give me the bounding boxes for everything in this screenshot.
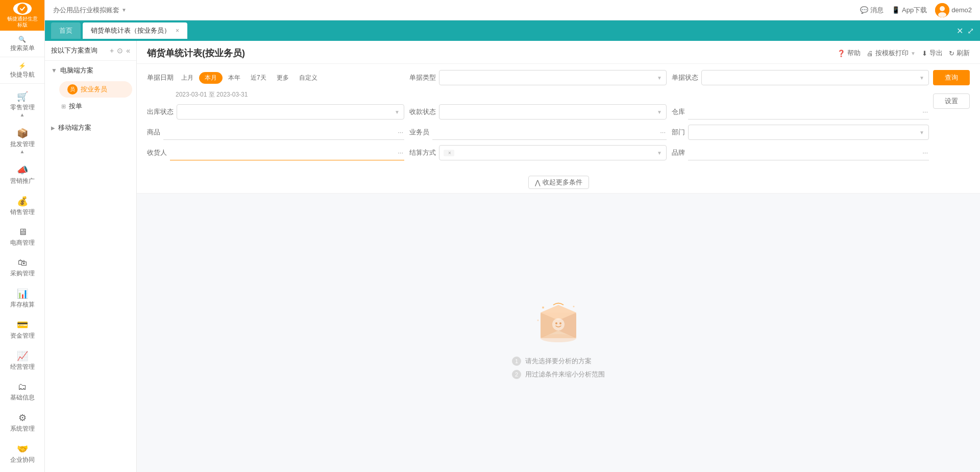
receiver-dots: ··· (398, 149, 403, 156)
help-btn[interactable]: ❓ 帮助 (837, 49, 861, 58)
receiver-input[interactable]: ··· (170, 145, 404, 160)
quick-label: 快捷导航 (10, 70, 35, 79)
company-selector[interactable]: 办公用品行业模拟账套 ▼ (53, 6, 127, 15)
scheme-collapse-btn[interactable]: « (126, 46, 130, 55)
date-range-display: 2023-03-01 至 2023-03-31 (176, 91, 248, 98)
wholesale-expand-icon: ▲ (20, 149, 25, 154)
out-status-select[interactable]: ▼ (177, 104, 404, 120)
svg-point-9 (552, 318, 565, 331)
date-last-month[interactable]: 上月 (177, 72, 198, 84)
brand-input[interactable]: ··· (688, 145, 929, 160)
dept-select[interactable]: ▼ (688, 125, 929, 140)
warehouse-input[interactable]: ··· (688, 104, 929, 120)
warehouse-item: 仓库 ··· (672, 104, 929, 120)
sidebar-item-purchase[interactable]: 🛍 采购管理 (0, 252, 44, 283)
export-label: 导出 (929, 49, 943, 58)
sales-icon: 💰 (17, 196, 28, 207)
message-btn[interactable]: 💬 消息 (860, 6, 884, 15)
date-custom[interactable]: 自定义 (295, 72, 322, 84)
collapse-btn[interactable]: ⋀ 收起更多条件 (528, 176, 589, 189)
main-area: 办公用品行业模拟账套 ▼ 💬 消息 📱 App下载 (45, 0, 980, 472)
settlement-item: 结算方式 × ▼ (409, 145, 667, 160)
print-label: 按模板打印 (875, 49, 909, 58)
scheme-refresh-btn[interactable]: ⊙ (117, 46, 123, 55)
tab-close-btn[interactable]: × (176, 27, 179, 34)
topbar-left: 办公用品行业模拟账套 ▼ (53, 6, 127, 15)
corp-icon: 🤝 (17, 443, 28, 455)
type-dropdown-icon: ▼ (657, 75, 662, 81)
marketing-icon: 📣 (17, 164, 28, 176)
settlement-select[interactable]: × ▼ (439, 145, 667, 160)
receipt-status-arrow: ▼ (657, 109, 662, 115)
tab-home[interactable]: 首页 (51, 22, 81, 39)
print-dropdown-icon: ▼ (911, 51, 916, 56)
sidebar-item-corp[interactable]: 🤝 企业协同 (0, 438, 44, 469)
sidebar-item-retail[interactable]: 🛒 零售管理 ▲ (0, 86, 44, 123)
svg-point-3 (938, 12, 946, 17)
ops-icon: 📈 (17, 350, 28, 362)
search-icon: 🔍 (18, 36, 26, 43)
goods-input[interactable]: ··· (163, 125, 404, 140)
sidebar-item-ops[interactable]: 📈 经营管理 (0, 345, 44, 376)
sidebar-search[interactable]: 🔍 搜索菜单 (0, 31, 44, 57)
scheme-desktop-expand-icon: ▼ (51, 67, 57, 74)
sidebar-item-basic[interactable]: 🗂 基础信息 (0, 376, 44, 407)
brand-label: 品牌 (672, 148, 685, 157)
scheme-by-salesperson[interactable]: 员 按业务员 (59, 81, 132, 98)
wholesale-icon: 📦 (17, 128, 28, 139)
basic-icon: 🗂 (18, 382, 27, 392)
type-select[interactable]: ▼ (439, 70, 667, 85)
salesperson-input[interactable]: ··· (432, 125, 667, 140)
sidebar-item-stock[interactable]: 📊 库存核算 (0, 283, 44, 314)
sidebar-item-marketing[interactable]: 📣 营销推广 (0, 159, 44, 191)
date-this-month[interactable]: 本月 (199, 72, 223, 84)
tabbar-actions: ✕ ⤢ (957, 26, 974, 36)
date-more[interactable]: 更多 (272, 72, 293, 84)
app-download-btn[interactable]: 📱 App下载 (892, 6, 927, 15)
salesperson-label: 业务员 (409, 128, 429, 137)
company-name: 办公用品行业模拟账套 (53, 6, 119, 15)
empty-tip-2: 2 用过滤条件来缩小分析范围 (512, 370, 605, 379)
print-btn[interactable]: 🖨 按模板打印 ▼ (867, 49, 916, 58)
settlement-tag: × (444, 150, 454, 156)
export-btn[interactable]: ⬇ 导出 (922, 49, 943, 58)
basic-label: 基础信息 (10, 393, 35, 402)
receipt-status-item: 收款状态 ▼ (409, 104, 667, 120)
tab-sales-stat[interactable]: 销货单统计表（按业务员） × (83, 22, 187, 39)
sidebar-item-newbie[interactable]: 🎓 新手引导 (0, 469, 44, 472)
page-header-actions: ❓ 帮助 🖨 按模板打印 ▼ ⬇ 导出 ↻ 刷新 (837, 49, 970, 58)
sidebar-quicknav[interactable]: ⚡ 快捷导航 (0, 57, 44, 84)
sidebar-item-wholesale[interactable]: 📦 批发管理 ▲ (0, 123, 44, 159)
scheme-desktop-header[interactable]: ▼ 电脑端方案 (45, 63, 136, 78)
date-filter-item: 单据日期 上月 本月 本年 近7天 更多 自定义 (147, 72, 404, 84)
user-menu[interactable]: demo2 (935, 3, 972, 17)
scheme-mobile-header[interactable]: ▶ 移动端方案 (45, 120, 136, 135)
scheme-mobile-group: ▶ 移动端方案 (45, 118, 136, 137)
scheme-desktop-group: ▼ 电脑端方案 员 按业务员 ⊞ 按单 (45, 61, 136, 118)
receipt-status-select[interactable]: ▼ (439, 104, 667, 120)
page-title: 销货单统计表(按业务员) (147, 47, 245, 59)
sidebar-item-sales[interactable]: 💰 销售管理 (0, 191, 44, 222)
settlement-tag-close[interactable]: × (448, 150, 451, 156)
refresh-btn[interactable]: ↻ 刷新 (949, 49, 970, 58)
setting-btn[interactable]: 设置 (933, 93, 970, 109)
tab-close-window-btn[interactable]: ✕ (957, 26, 963, 36)
sidebar-item-finance[interactable]: 💳 资金管理 (0, 314, 44, 345)
tab-maximize-btn[interactable]: ⤢ (967, 26, 974, 36)
ops-label: 经营管理 (10, 363, 35, 371)
date-this-year[interactable]: 本年 (224, 72, 245, 84)
sidebar-item-ecom[interactable]: 🖥 电商管理 (0, 222, 44, 252)
salesperson-item: 业务员 ··· (409, 125, 667, 140)
query-btn[interactable]: 查询 (933, 70, 970, 85)
sidebar-item-system[interactable]: ⚙ 系统管理 (0, 407, 44, 438)
status-select[interactable]: ▼ (701, 70, 929, 85)
collapse-icon: ⋀ (535, 179, 541, 186)
marketing-label: 营销推广 (10, 177, 35, 185)
scheme-add-btn[interactable]: + (110, 46, 114, 55)
date-last-7-days[interactable]: 近7天 (246, 72, 271, 84)
dept-arrow: ▼ (919, 130, 924, 135)
scheme-by-order[interactable]: ⊞ 按单 (55, 99, 136, 114)
goods-label: 商品 (147, 128, 160, 137)
print-icon: 🖨 (867, 50, 873, 57)
topbar-right: 💬 消息 📱 App下载 demo2 (860, 3, 972, 17)
